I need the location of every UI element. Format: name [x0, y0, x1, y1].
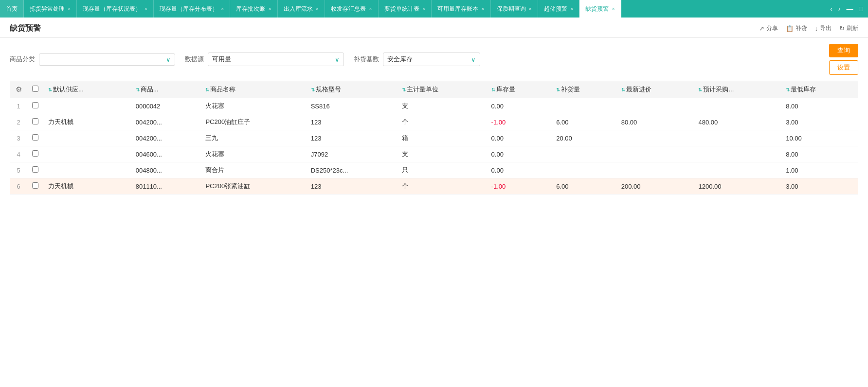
tab-next-button[interactable]: ›: [835, 3, 844, 15]
tab-prev-button[interactable]: ‹: [827, 3, 835, 15]
refresh-button[interactable]: ↻ 刷新: [839, 24, 858, 33]
tab-order-stat[interactable]: 要货单统计表 ×: [379, 0, 432, 18]
row-spec: DS250*23c...: [306, 162, 397, 178]
data-table: ⚙ ⇅默认供应... ⇅商品... ⇅商品名称 ⇅规格型号 ⇅主计量单位 ⇅库存…: [10, 81, 858, 194]
row-min-stock: 3.00: [781, 114, 858, 130]
tab-stock-status[interactable]: 现存量（库存状况表） ×: [77, 0, 153, 18]
close-icon[interactable]: ×: [529, 6, 532, 12]
row-latest-price: [616, 162, 694, 178]
category-select[interactable]: ∨: [39, 53, 175, 66]
replenish-icon: 📋: [786, 25, 794, 32]
row-est-purchase: [693, 146, 781, 162]
row-checkbox-cell: [27, 178, 43, 194]
row-unit: 个: [397, 178, 487, 194]
row-unit: 支: [397, 146, 487, 162]
table-header-row: ⚙ ⇅默认供应... ⇅商品... ⇅商品名称 ⇅规格型号 ⇅主计量单位 ⇅库存…: [10, 81, 858, 98]
row-replenish: 20.00: [551, 130, 616, 146]
row-gear-cell: 5: [10, 162, 27, 178]
col-est-purchase: ⇅预计采购...: [693, 81, 781, 98]
row-gear-cell: 1: [10, 98, 27, 114]
close-icon[interactable]: ×: [612, 6, 615, 12]
row-product-name: 三九: [200, 130, 306, 146]
tab-summary[interactable]: 收发存汇总表 ×: [325, 0, 378, 18]
close-icon[interactable]: ×: [369, 6, 372, 12]
row-default-supplier: [43, 130, 131, 146]
row-checkbox-cell: [27, 162, 43, 178]
row-number: 5: [17, 167, 20, 174]
select-all-checkbox[interactable]: [32, 86, 38, 92]
filter-action-buttons: 查询 设置: [829, 44, 858, 75]
row-checkbox[interactable]: [32, 102, 38, 108]
page-header: 缺货预警 ↗ 分享 📋 补货 ↓ 导出 ↻ 刷新: [0, 18, 868, 38]
row-unit: 个: [397, 114, 487, 130]
row-replenish: [551, 162, 616, 178]
tab-maximize-button[interactable]: □: [856, 3, 866, 15]
row-number: 2: [17, 119, 20, 126]
sort-icon: ⇅: [491, 87, 495, 92]
row-checkbox[interactable]: [32, 182, 38, 189]
export-icon: ↓: [815, 25, 818, 32]
row-latest-price: 200.00: [616, 178, 694, 194]
row-replenish: [551, 146, 616, 162]
page-title: 缺货预警: [10, 23, 41, 34]
column-settings-button[interactable]: ⚙: [16, 85, 22, 94]
row-product-name: 火花塞: [200, 98, 306, 114]
row-gear-cell: 2: [10, 114, 27, 130]
row-checkbox[interactable]: [32, 166, 38, 173]
tab-pick-exception[interactable]: 拣货异常处理 ×: [24, 0, 77, 18]
category-chevron-icon: ∨: [166, 56, 171, 63]
col-latest-price: ⇅最新进价: [616, 81, 694, 98]
replenish-base-value: 安全库存: [387, 55, 413, 64]
row-product-code: 004200...: [131, 114, 201, 130]
row-checkbox-cell: [27, 130, 43, 146]
col-stock: ⇅库存量: [487, 81, 552, 98]
tab-stock-dist[interactable]: 现存量（库存分布表） ×: [154, 0, 230, 18]
close-icon[interactable]: ×: [422, 6, 425, 12]
tab-expiry[interactable]: 保质期查询 ×: [491, 0, 538, 18]
tab-batch-account[interactable]: 库存批次账 ×: [230, 0, 277, 18]
tab-minimize-button[interactable]: —: [844, 3, 856, 15]
row-stock: 0.00: [487, 98, 552, 114]
row-unit: 支: [397, 98, 487, 114]
filter-group-replenish-base: 补货基数 安全库存 ∨: [354, 53, 480, 66]
row-default-supplier: 力天机械: [43, 114, 131, 130]
row-spec: 123: [306, 114, 397, 130]
tab-overstock[interactable]: 超储预警 ×: [538, 0, 579, 18]
close-icon[interactable]: ×: [268, 6, 271, 12]
row-stock: 0.00: [487, 146, 552, 162]
replenish-button[interactable]: 📋 补货: [786, 24, 807, 33]
row-gear-cell: 3: [10, 130, 27, 146]
sort-icon: ⇅: [48, 87, 52, 92]
close-icon[interactable]: ×: [144, 6, 147, 12]
tab-home[interactable]: 首页: [0, 0, 24, 18]
row-checkbox[interactable]: [32, 134, 38, 141]
close-icon[interactable]: ×: [68, 6, 71, 12]
row-latest-price: [616, 98, 694, 114]
replenish-base-select[interactable]: 安全库存 ∨: [383, 53, 480, 66]
row-unit: 只: [397, 162, 487, 178]
row-spec: 123: [306, 178, 397, 194]
table-row: 4 004600... 火花塞 J7092 支 0.00 8.00: [10, 146, 858, 162]
share-icon: ↗: [759, 25, 764, 32]
export-button[interactable]: ↓ 导出: [815, 24, 832, 33]
row-checkbox[interactable]: [32, 150, 38, 157]
tab-inout-flow[interactable]: 出入库流水 ×: [278, 0, 325, 18]
col-gear: ⚙: [10, 81, 27, 98]
settings-button[interactable]: 设置: [829, 60, 858, 75]
close-icon[interactable]: ×: [316, 6, 319, 12]
sort-icon: ⇅: [311, 87, 315, 92]
share-button[interactable]: ↗ 分享: [759, 24, 778, 33]
filter-bar: 商品分类 ∨ 数据源 可用量 ∨ 补货基数 安全库存 ∨ 查询 设置: [0, 38, 868, 81]
close-icon[interactable]: ×: [221, 6, 224, 12]
datasource-select[interactable]: 可用量 ∨: [208, 53, 344, 66]
tab-shortage[interactable]: 缺货预警 ×: [579, 0, 621, 18]
row-number: 4: [17, 151, 20, 158]
col-checkbox-all: [27, 81, 43, 98]
tab-bar: 首页 拣货异常处理 × 现存量（库存状况表） × 现存量（库存分布表） × 库存…: [0, 0, 868, 18]
row-spec: J7092: [306, 146, 397, 162]
query-button[interactable]: 查询: [829, 44, 858, 57]
close-icon[interactable]: ×: [481, 6, 484, 12]
close-icon[interactable]: ×: [570, 6, 573, 12]
row-checkbox[interactable]: [32, 118, 38, 124]
tab-available-stock[interactable]: 可用量库存账本 ×: [432, 0, 490, 18]
